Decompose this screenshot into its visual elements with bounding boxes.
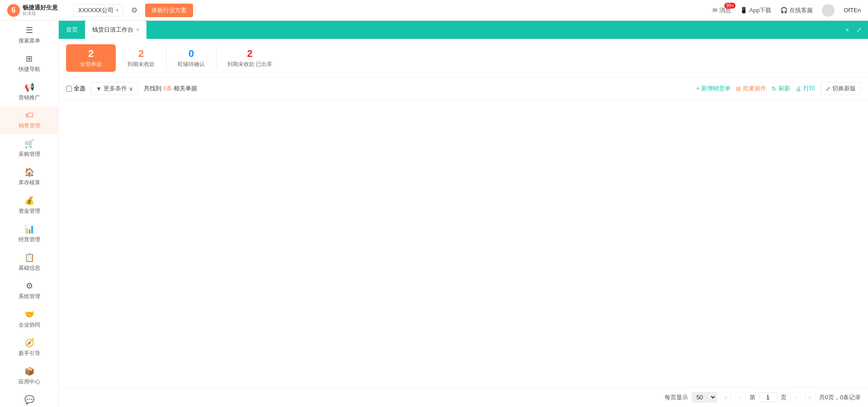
tab-close-icon[interactable]: × [136,27,139,33]
sidebar-item-basic-info[interactable]: 📋 基础信息 [0,248,58,276]
basic-info-icon: 📋 [24,253,34,262]
sidebar-item-guide[interactable]: 🧭 新手引导 [0,333,58,362]
tab-expand-button[interactable]: ⤢ [854,24,863,35]
guide-icon: 🧭 [24,338,34,348]
message-button[interactable]: ✉ 消息 99+ [712,6,731,14]
stat-all-label: 全部单据 [80,61,102,68]
logo-sub: 标准版 [23,11,58,16]
sidebar-item-inventory[interactable]: 🏠 库存核算 [0,163,58,191]
sidebar-item-purchase[interactable]: 🛒 采购管理 [0,134,58,163]
stat-overdue[interactable]: 2 到期未收款 [116,44,166,72]
chevron-down-icon: ▾ [116,8,118,13]
stat-pending[interactable]: 0 旺辅待确认 [166,44,216,72]
operation-icon: 📊 [24,224,34,234]
sidebar-item-quick-nav[interactable]: ⊞ 快捷导航 [0,49,58,78]
new-sales-label: + 新增销货单 [696,84,731,93]
tab-bar: 首页 钱货日清工作台 × × ⤢ [59,21,868,39]
sidebar-item-label: 基础信息 [19,264,40,272]
found-text: 共找到 0条 相关单据 [144,84,197,93]
page-label: 第 [750,393,755,402]
message-badge: 99+ [724,3,736,9]
refresh-button[interactable]: ↻ 刷新 [772,84,790,93]
print-button[interactable]: 🖨 打印 [796,84,815,93]
sidebar-item-marketing[interactable]: 📢 营销推广 [0,78,58,106]
sidebar-item-app-center[interactable]: 📦 应用中心 [0,362,58,390]
logo-area: 6 畅捷通好生意 标准版 [7,4,66,17]
stat-shipped-label: 到期未收款 已出库 [227,61,272,68]
sidebar-item-operation[interactable]: 📊 经营管理 [0,220,58,248]
batch-label: 批量操作 [743,84,766,93]
refresh-icon: ↻ [772,85,777,92]
stat-all[interactable]: 2 全部单据 [66,44,116,72]
sidebar-item-label: 企业协同 [19,321,40,329]
app-download-button[interactable]: 📱 App下载 [740,6,771,14]
sidebar-item-label: 系统管理 [19,293,40,300]
sales-icon: 🏷 [25,111,33,120]
top-header: 6 畅捷通好生意 标准版 XXXXXX公司 ▾ ⚙ 体验行业方案 ✉ 消息 99… [0,0,868,21]
stat-shipped[interactable]: 2 到期未收款 已出库 [217,44,283,72]
filter-label: 更多条件 [104,84,127,93]
tab-workbench[interactable]: 钱货日清工作台 × [85,21,146,39]
sidebar-item-finance[interactable]: 💰 资金管理 [0,191,58,220]
purchase-icon: 🛒 [24,139,34,149]
switch-version-label: 切换新版 [832,84,856,93]
service-label: 在线客服 [789,6,813,14]
logo-name: 畅捷通好生意 [23,4,58,11]
batch-button[interactable]: ⊞ 批量操作 [736,84,766,93]
last-page-icon: » [808,394,811,401]
sidebar: ☰ 搜索菜单 ⊞ 快捷导航 📢 营销推广 🏷 销售管理 🛒 采购管理 🏠 库存核… [0,21,59,407]
stats-bar: 2 全部单据 2 到期未收款 0 旺辅待确认 2 到期未收款 已出库 [59,39,868,78]
first-page-button[interactable]: « [721,392,731,403]
batch-icon: ⊞ [736,85,741,92]
refresh-label: 刷新 [778,84,790,93]
page-size-label: 每页显示 [665,393,688,402]
finance-icon: 💰 [24,196,34,206]
tab-home[interactable]: 首页 [59,21,85,39]
settings-button[interactable]: ⚙ [128,4,141,17]
select-all-checkbox[interactable]: 全选 [66,84,85,93]
system-icon: ⚙ [26,281,33,291]
company-selector[interactable]: XXXXXX公司 ▾ [73,4,123,17]
tab-workbench-label: 钱货日清工作台 [92,26,133,34]
next-page-button[interactable]: › [790,392,801,403]
sidebar-item-corp[interactable]: 🤝 企业协同 [0,305,58,333]
found-count: 0条 [163,85,172,92]
new-sales-button[interactable]: + 新增销货单 [696,84,731,93]
sidebar-item-wechat[interactable]: 💬 企业微信 [0,390,58,407]
corp-icon: 🤝 [24,309,34,319]
sidebar-item-label: 经营管理 [19,236,40,243]
sidebar-item-label: 采购管理 [19,150,40,158]
tab-close-button[interactable]: × [844,24,851,35]
experience-button[interactable]: 体验行业方案 [145,4,193,17]
switch-version-button[interactable]: ⤢ 切换新版 [821,82,861,95]
sidebar-item-label: 新手引导 [19,350,40,357]
sidebar-item-search-menu[interactable]: ☰ 搜索菜单 [0,21,58,49]
app-download-label: App下载 [749,6,771,14]
app-body: ☰ 搜索菜单 ⊞ 快捷导航 📢 营销推广 🏷 销售管理 🛒 采购管理 🏠 库存核… [0,21,868,407]
stat-pending-label: 旺辅待确认 [178,61,205,68]
inventory-icon: 🏠 [24,167,34,177]
logo-text: 畅捷通好生意 标准版 [23,4,58,17]
prev-page-button[interactable]: ‹ [735,392,746,403]
logo-icon: 6 [7,4,20,17]
stat-overdue-number: 2 [138,48,144,60]
total-label: 共0页，0条记录 [819,393,861,402]
message-icon: ✉ [712,7,717,14]
page-size-select[interactable]: 50 100 200 [692,392,717,402]
page-suffix: 页 [781,393,787,402]
prev-page-icon: ‹ [740,394,741,401]
avatar[interactable] [822,4,835,17]
last-page-button[interactable]: » [805,392,816,403]
filter-button[interactable]: ▼ 更多条件 ∨ [91,82,138,95]
sidebar-item-system[interactable]: ⚙ 系统管理 [0,276,58,305]
all-checkbox-input[interactable] [66,86,72,92]
filter-icon: ▼ [96,85,102,92]
content-area: 2 全部单据 2 到期未收款 0 旺辅待确认 2 到期未收款 已出库 [59,39,868,407]
sidebar-item-sales[interactable]: 🏷 销售管理 [0,106,58,134]
page-input[interactable] [759,393,777,402]
tab-home-label: 首页 [66,26,78,34]
service-icon: 🎧 [780,7,788,14]
service-button[interactable]: 🎧 在线客服 [780,6,813,14]
tab-bar-actions: × ⤢ [844,24,868,35]
stat-pending-number: 0 [189,48,194,60]
